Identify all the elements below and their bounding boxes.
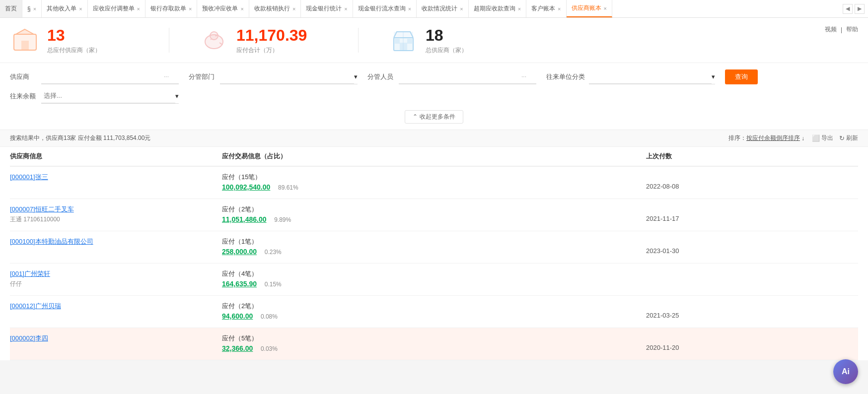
tx-amount-1[interactable]: 100,092,540.00: [222, 183, 270, 191]
stat-supplier-text: 18 总供应商（家）: [426, 26, 467, 55]
close-icon[interactable]: ×: [408, 6, 411, 12]
top-nav: 首页 § × 其他收入单 × 应收应付调整单 × 银行存取款单 × 预收冲应收单…: [0, 0, 868, 18]
person-dots-icon[interactable]: ···: [521, 73, 526, 80]
last-payment-5: 2021-03-25: [646, 302, 858, 322]
transaction-info-6: 应付（5笔） 32,366.00 0.03%: [222, 334, 646, 354]
help-link[interactable]: 帮助: [846, 25, 858, 34]
transaction-info-2: 应付（2笔） 11,051,486.00 9.89%: [222, 205, 646, 225]
result-actions: ⬜ 导出 ↻ 刷新: [812, 134, 858, 142]
close-icon[interactable]: ×: [460, 6, 463, 12]
tx-label-3: 应付（1笔）: [222, 237, 646, 246]
result-bar: 搜索结果中，供应商13家 应付金额 111,703,854.00元 排序： 按应…: [0, 130, 868, 147]
close-icon[interactable]: ×: [292, 6, 295, 12]
table-row: [000007]恒旺二手叉车 王通 17106110000 应付（2笔） 11,…: [10, 199, 858, 231]
supplier-link-5[interactable]: [000012]广州贝瑞: [10, 302, 61, 310]
store-icon: [388, 25, 418, 55]
supplier-info-5: [000012]广州贝瑞: [10, 302, 222, 322]
result-text: 搜索结果中，供应商13家 应付金额 111,703,854.00元: [10, 134, 728, 142]
dept-input[interactable]: [220, 69, 354, 84]
supplier-link-3[interactable]: [000100]本特勤油品有限公司: [10, 238, 93, 245]
supplier-subinfo-4: 仔仔: [10, 280, 222, 288]
sort-arrow-icon: ↓: [801, 135, 804, 142]
sort-link[interactable]: 按应付余额倒序排序: [746, 134, 800, 142]
close-icon[interactable]: ×: [189, 6, 192, 12]
nav-customer-ledger[interactable]: 客户账本 ×: [526, 0, 566, 17]
refresh-button[interactable]: ↻ 刷新: [839, 134, 858, 142]
nav-overdue[interactable]: 超期应收款查询 ×: [469, 0, 526, 17]
supplier-link-6[interactable]: [000002]李四: [10, 334, 48, 342]
close-icon[interactable]: ×: [79, 6, 82, 12]
stat-divider-1: [169, 28, 169, 53]
nav-ar-adjustment[interactable]: 应收应付调整单 ×: [88, 0, 145, 17]
category-label: 往来单位分类: [546, 72, 585, 81]
stat-total-suppliers: 18 总供应商（家）: [388, 25, 517, 55]
export-button[interactable]: ⬜ 导出: [812, 134, 833, 142]
dept-select-wrapper: ▾: [220, 69, 358, 84]
nav-bank-deposit[interactable]: 银行存取款单 ×: [145, 0, 197, 17]
tx-label-4: 应付（4笔）: [222, 269, 646, 278]
video-link[interactable]: 视频: [825, 25, 837, 34]
supplier-icon: [10, 25, 40, 55]
stat-amount-text: 11,170.39 应付合计（万）: [236, 26, 307, 55]
nav-receipt-exec[interactable]: 收款核销执行 ×: [249, 0, 301, 17]
piggy-icon: [199, 25, 229, 55]
tx-amount-2[interactable]: 11,051,486.00: [222, 215, 267, 223]
tx-percent-6: 0.03%: [261, 345, 278, 352]
supplier-link-1[interactable]: [000001]张三: [10, 173, 48, 181]
supplier-link-4[interactable]: [001]广州荣轩: [10, 270, 50, 277]
supplier-dots-icon[interactable]: ···: [164, 73, 169, 80]
table-row: [000001]张三 应付（15笔） 100,092,540.00 89.61%…: [10, 167, 858, 199]
header-last-payment: 上次付数: [646, 152, 858, 161]
category-select-wrapper: ▾: [589, 69, 715, 84]
supplier-subinfo-2: 王通 17106110000: [10, 215, 222, 224]
nav-supplier-ledger[interactable]: 供应商账本 ×: [567, 0, 612, 17]
table-row: [000002]李四 应付（5笔） 32,366.00 0.03% 2020-1…: [10, 328, 858, 360]
close-icon[interactable]: ×: [604, 5, 607, 11]
tx-amount-3[interactable]: 258,000.00: [222, 248, 257, 256]
dept-arrow-icon[interactable]: ▾: [354, 73, 358, 80]
svg-marker-2: [16, 29, 34, 34]
nav-prepay-offset[interactable]: 预收冲应收单 ×: [197, 0, 249, 17]
stat-total-suppliers-payable: 13 总应付供应商（家）: [10, 25, 139, 55]
nav-arrows: ◀ ▶: [839, 4, 868, 14]
tx-amount-4[interactable]: 164,635.90: [222, 280, 257, 288]
close-icon[interactable]: ×: [558, 6, 561, 12]
tx-amount-6[interactable]: 32,366.00: [222, 344, 253, 352]
close-icon[interactable]: ×: [33, 6, 36, 12]
table-row: [001]广州荣轩 仔仔 应付（4笔） 164,635.90 0.15%: [10, 263, 858, 296]
close-icon[interactable]: ×: [518, 6, 521, 12]
collapse-button[interactable]: ⌃ 收起更多条件: [405, 110, 463, 124]
last-payment-6: 2020-11-20: [646, 334, 858, 354]
svg-rect-16: [395, 39, 400, 44]
nav-receipt-stats[interactable]: 收款情况统计 ×: [417, 0, 468, 17]
ai-button[interactable]: Ai: [833, 359, 858, 384]
balance-input[interactable]: [41, 88, 175, 103]
nav-other-income[interactable]: 其他收入单 ×: [42, 0, 87, 17]
nav-prev-button[interactable]: ◀: [843, 4, 853, 14]
tx-percent-4: 0.15%: [265, 281, 282, 288]
filter-row-1: 供应商 ··· 分管部门 ▾ 分管人员 ···: [10, 69, 858, 84]
category-input[interactable]: [589, 69, 712, 84]
header-tx-info: 应付交易信息（占比）: [222, 152, 646, 161]
balance-select-wrapper: ▾: [41, 88, 179, 104]
nav-tab-2[interactable]: § ×: [22, 0, 42, 17]
tx-percent-5: 0.08%: [261, 313, 278, 320]
category-arrow-icon[interactable]: ▾: [712, 73, 715, 80]
close-icon[interactable]: ×: [240, 6, 243, 12]
nav-home[interactable]: 首页: [0, 0, 22, 17]
balance-filter: 往来余额 ▾: [10, 88, 179, 104]
supplier-info-4: [001]广州荣轩 仔仔: [10, 269, 222, 289]
nav-cash-stats[interactable]: 现金银行统计 ×: [301, 0, 353, 17]
nav-next-button[interactable]: ▶: [855, 4, 865, 14]
tx-amount-5[interactable]: 94,600.00: [222, 312, 253, 320]
svg-rect-4: [21, 41, 29, 50]
person-input[interactable]: [399, 69, 536, 84]
close-icon[interactable]: ×: [344, 6, 347, 12]
nav-cash-flow[interactable]: 现金银行流水查询 ×: [353, 0, 417, 17]
supplier-link-2[interactable]: [000007]恒旺二手叉车: [10, 205, 74, 213]
search-button[interactable]: 查询: [725, 69, 758, 84]
close-icon[interactable]: ×: [137, 6, 140, 12]
supplier-info-2: [000007]恒旺二手叉车 王通 17106110000: [10, 205, 222, 225]
supplier-input[interactable]: [41, 69, 179, 84]
balance-arrow-icon[interactable]: ▾: [175, 92, 179, 100]
